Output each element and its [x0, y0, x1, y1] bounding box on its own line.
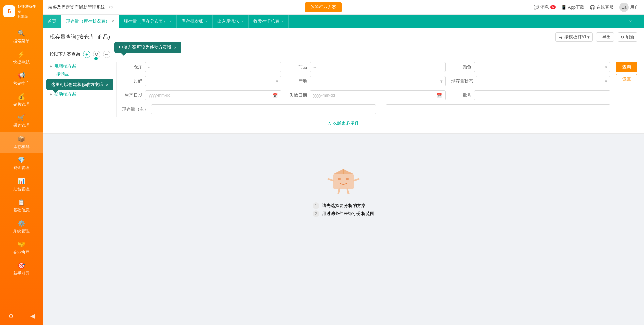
- scheme-pc-child-goods[interactable]: 按商品: [56, 70, 111, 78]
- batch-no-input[interactable]: [474, 90, 610, 100]
- sidebar-item-sales[interactable]: 💰 销售管理: [0, 90, 43, 111]
- query-btn[interactable]: 查询: [616, 62, 637, 72]
- tab-close-recv-send[interactable]: ×: [281, 19, 284, 24]
- search-icon: 🔍: [18, 30, 25, 37]
- tab-close-batch-account[interactable]: ×: [205, 19, 208, 24]
- warehouse-select[interactable]: ···: [145, 62, 281, 72]
- tab-close-in-out-flow[interactable]: ×: [241, 19, 244, 24]
- sidebar-item-inventory[interactable]: 📦 库存核算: [0, 132, 43, 153]
- topbar-left: 装备及固定资产辅助管理系统 ⚙: [48, 4, 113, 10]
- sidebar-item-purchase[interactable]: 🛒 采购管理: [0, 111, 43, 132]
- logo-text: 畅捷通好生意 标准版: [18, 4, 40, 19]
- refresh-btn[interactable]: ↺ 刷新: [618, 32, 637, 42]
- message-btn[interactable]: 💬 消息 6: [534, 4, 556, 10]
- tab-inventory-status[interactable]: 现存量（库存状况表） ×: [61, 15, 119, 28]
- sidebar-item-search[interactable]: 🔍 搜索菜单: [0, 26, 43, 47]
- empty-hints: 1 请先选择要分析的方案 2 用过滤条件来缩小分析范围: [313, 201, 374, 218]
- tab-close-all-btn[interactable]: ×: [629, 18, 632, 24]
- stock-status-select[interactable]: ▾: [476, 76, 610, 86]
- scheme-tooltip2-popup: 这里可以创建和修改方案哦 ×: [46, 79, 113, 90]
- sidebar-item-operations[interactable]: 📊 经营管理: [0, 174, 43, 195]
- trial-plan-button[interactable]: 体验行业方案: [305, 2, 342, 12]
- sidebar-item-guide[interactable]: 🎯 新手引导: [0, 259, 43, 280]
- calendar-icon-prod[interactable]: 📅: [272, 93, 278, 98]
- ellipsis-icon-2: ···: [313, 65, 316, 70]
- tab-close-inventory-status[interactable]: ×: [112, 19, 114, 24]
- scheme-pc-parent[interactable]: ▶ 电脑端方案: [50, 62, 111, 70]
- print-template-btn[interactable]: 🖨 按模板打印 ▾: [555, 32, 593, 42]
- sidebar-item-system[interactable]: ⚙️ 系统管理: [0, 216, 43, 237]
- expire-date-input[interactable]: yyyy-mm-dd 📅: [310, 90, 446, 100]
- empty-illustration: [327, 161, 360, 194]
- filter-section-label: 按以下方案查询: [50, 51, 80, 57]
- sidebar-item-marketing[interactable]: 📢 营销推广: [0, 68, 43, 90]
- logo-area: 6 畅捷通好生意 标准版: [0, 0, 43, 23]
- tabs-right-controls: × ⛶: [626, 15, 644, 28]
- hint-num-2: 2: [313, 210, 319, 217]
- stock-main-from-input[interactable]: [151, 104, 376, 114]
- svg-rect-0: [333, 174, 354, 189]
- arrow-left-icon: ←: [104, 52, 109, 57]
- sidebar-item-basic[interactable]: 📋 基础信息: [0, 195, 43, 216]
- sidebar-item-enterprise[interactable]: 🤝 企业协同: [0, 237, 43, 259]
- tooltip2-close-btn[interactable]: ×: [106, 82, 109, 87]
- filter-header: 按以下方案查询 + ↺ ← 电脑方案可设为移动方案哦 ×: [50, 51, 637, 58]
- empty-hint-1: 1 请先选择要分析的方案: [313, 202, 374, 209]
- headset-icon: 🎧: [590, 5, 595, 10]
- topbar-settings-icon[interactable]: ⚙: [109, 5, 113, 10]
- content-body: 1 请先选择要分析的方案 2 用过滤条件来缩小分析范围: [43, 134, 644, 245]
- filter-size: 尺码 ▾: [122, 76, 281, 86]
- size-select[interactable]: ▾: [145, 76, 281, 86]
- tab-batch-account[interactable]: 库存批次账 ×: [177, 15, 213, 28]
- sidebar-item-finance[interactable]: 💎 资金管理: [0, 153, 43, 174]
- gem-icon: 💎: [18, 156, 25, 164]
- plus-icon: +: [85, 52, 88, 57]
- tab-close-inventory-dist[interactable]: ×: [169, 19, 172, 24]
- chevron-up-icon: ∧: [328, 121, 331, 126]
- tab-in-out-flow[interactable]: 出入库流水 ×: [213, 15, 249, 28]
- page-actions: 🖨 按模板打印 ▾ ↑ 导出 ↺ 刷新: [555, 32, 638, 42]
- refresh-icon: ↺: [621, 35, 624, 40]
- tab-recv-send[interactable]: 收发存汇总表 ×: [249, 15, 289, 28]
- export-btn[interactable]: ↑ 导出: [596, 32, 614, 42]
- inventory-status-tab-label: 现存量（库存状况表）: [66, 18, 110, 24]
- sidebar-item-label: 系统管理: [13, 228, 30, 234]
- prod-date-input[interactable]: yyyy-mm-dd 📅: [145, 90, 281, 100]
- tab-inventory-dist[interactable]: 现存量（库存分布表） ×: [119, 15, 177, 28]
- app-download-btn[interactable]: 📱 App下载: [561, 4, 584, 10]
- reset-btn[interactable]: 设置: [616, 74, 637, 84]
- collapse-bar[interactable]: ∧ 收起更多条件: [50, 117, 637, 129]
- tooltip-close-btn[interactable]: ×: [174, 45, 177, 50]
- export-icon: ↑: [599, 35, 601, 40]
- megaphone-icon: 📢: [18, 72, 25, 79]
- origin-select[interactable]: ▾: [310, 76, 446, 86]
- collapse-label: 收起更多条件: [333, 120, 359, 126]
- scheme-mobile-parent[interactable]: ▶ 移动端方案: [50, 90, 111, 98]
- tab-fullscreen-btn[interactable]: ⛶: [635, 18, 641, 24]
- collapse-btn[interactable]: ◀: [28, 310, 37, 322]
- tab-home[interactable]: 首页: [43, 15, 61, 28]
- warehouse-label: 仓库: [122, 64, 142, 70]
- goods-select[interactable]: ···: [310, 62, 446, 72]
- filter-expire-date: 失效日期 yyyy-mm-dd 📅: [287, 90, 446, 100]
- filter-color: 颜色 ▾: [451, 62, 610, 72]
- hint-text-2: 用过滤条件来缩小分析范围: [322, 211, 374, 217]
- filter-fields-panel: 仓库 ··· 商品 ··· 颜色: [117, 62, 610, 117]
- stock-main-to-input[interactable]: [386, 104, 611, 114]
- topbar-actions: 体验行业方案: [305, 2, 342, 12]
- sidebar-bottom: ⚙ ◀: [0, 307, 43, 325]
- user-btn[interactable]: Ea 用户: [619, 3, 639, 12]
- filter-warehouse: 仓库 ···: [122, 62, 281, 72]
- empty-hint-2: 2 用过滤条件来缩小分析范围: [313, 210, 374, 217]
- settings-btn[interactable]: ⚙: [6, 310, 16, 322]
- box-icon: 📦: [18, 135, 25, 143]
- inventory-dist-tab-label: 现存量（库存分布表）: [124, 18, 167, 24]
- calendar-icon-expire[interactable]: 📅: [437, 93, 442, 98]
- back-scheme-btn[interactable]: ←: [103, 51, 110, 58]
- ellipsis-icon: ···: [148, 65, 152, 70]
- add-scheme-btn[interactable]: +: [83, 51, 90, 58]
- online-service-btn[interactable]: 🎧 在线客服: [590, 4, 614, 10]
- sidebar-item-quicknav[interactable]: ⚡ 快捷导航: [0, 47, 43, 68]
- color-select[interactable]: ▾: [474, 62, 610, 72]
- target-icon: 🎯: [18, 262, 25, 269]
